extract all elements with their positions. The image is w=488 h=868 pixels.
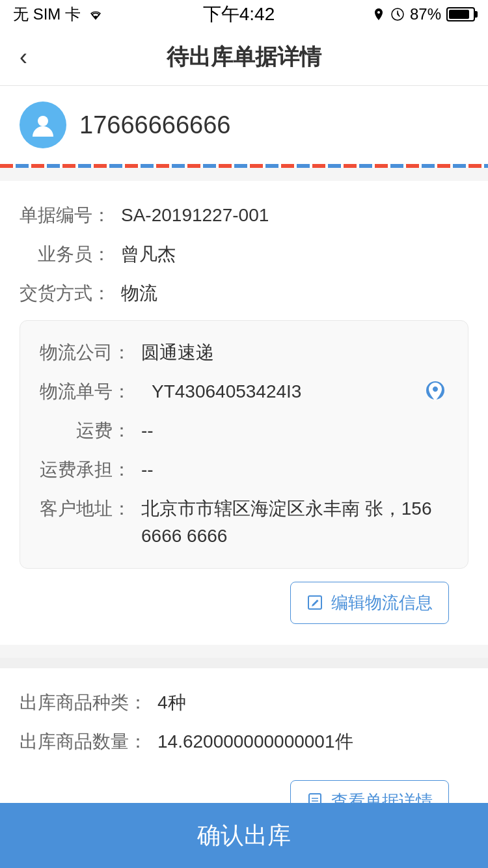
map-pin-icon[interactable] (422, 379, 448, 405)
carrier-text: 无 SIM 卡 (13, 4, 81, 25)
person-icon (29, 111, 57, 139)
goods-quantity-row: 出库商品数量： 14.620000000000001件 (20, 728, 468, 755)
salesman-label: 业务员： (20, 241, 111, 268)
document-number-row: 单据编号： SA-20191227-001 (20, 202, 468, 229)
confirm-button-label: 确认出库 (197, 820, 291, 852)
tracking-number-row: 物流单号： YT43064053424I3 (40, 378, 448, 405)
logistics-company-value: 圆通速递 (141, 339, 448, 366)
edit-logistics-label: 编辑物流信息 (331, 591, 433, 614)
battery-icon (446, 7, 475, 21)
document-number-value: SA-20191227-001 (121, 202, 468, 229)
status-bar-left: 无 SIM 卡 (13, 4, 105, 25)
confirm-button[interactable]: 确认出库 (0, 803, 488, 868)
nav-bar: ‹ 待出库单据详情 (0, 29, 488, 86)
logistics-card: 物流公司： 圆通速递 物流单号： YT43064053424I3 运费： -- … (20, 320, 468, 569)
freight-bearer-row: 运费承担： -- (40, 456, 448, 483)
location-status-icon (372, 7, 385, 21)
logistics-company-row: 物流公司： 圆通速递 (40, 339, 448, 366)
gray-divider (0, 658, 488, 668)
battery-percentage: 87% (410, 5, 441, 23)
freight-bearer-value: -- (141, 456, 448, 483)
salesman-row: 业务员： 曾凡杰 (20, 241, 468, 268)
time-display: 下午4:42 (203, 2, 275, 27)
back-button[interactable]: ‹ (20, 44, 27, 71)
tracking-value: YT43064053424I3 (152, 378, 412, 405)
address-row: 客户地址： 北京市市辖区海淀区永丰南 张，156 6666 6666 (40, 495, 448, 550)
delivery-method-row: 交货方式： 物流 (20, 280, 468, 307)
status-bar-right: 87% (372, 5, 475, 23)
salesman-value: 曾凡杰 (121, 241, 468, 268)
goods-type-row: 出库商品种类： 4种 (20, 689, 468, 716)
edit-btn-container: 编辑物流信息 (20, 569, 468, 624)
tracking-label: 物流单号： (40, 378, 131, 405)
freight-value: -- (141, 417, 448, 444)
status-bar: 无 SIM 卡 下午4:42 87% (0, 0, 488, 29)
document-number-label: 单据编号： (20, 202, 111, 229)
wifi-icon (86, 7, 105, 21)
phone-header-section: 17666666666 (0, 86, 488, 164)
avatar (20, 102, 66, 148)
delivery-method-label: 交货方式： (20, 280, 111, 307)
freight-row: 运费： -- (40, 417, 448, 444)
svg-point-1 (38, 116, 48, 126)
address-value: 北京市市辖区海淀区永丰南 张，156 6666 6666 (141, 495, 448, 550)
edit-logistics-button[interactable]: 编辑物流信息 (290, 582, 449, 624)
freight-bearer-label: 运费承担： (40, 456, 131, 483)
phone-number: 17666666666 (79, 111, 230, 139)
goods-type-label: 出库商品种类： (20, 689, 147, 716)
page-title: 待出库单据详情 (167, 42, 321, 72)
basic-info-section: 单据编号： SA-20191227-001 业务员： 曾凡杰 交货方式： 物流 … (0, 181, 488, 645)
logistics-company-label: 物流公司： (40, 339, 131, 366)
freight-label: 运费： (40, 417, 131, 444)
clock-icon (390, 7, 405, 21)
edit-icon (306, 594, 325, 612)
goods-type-value: 4种 (157, 689, 468, 716)
goods-quantity-value: 14.620000000000001件 (157, 728, 468, 755)
dashed-divider (0, 164, 488, 168)
delivery-method-value: 物流 (121, 280, 468, 307)
goods-quantity-label: 出库商品数量： (20, 728, 147, 755)
address-label: 客户地址： (40, 495, 131, 522)
